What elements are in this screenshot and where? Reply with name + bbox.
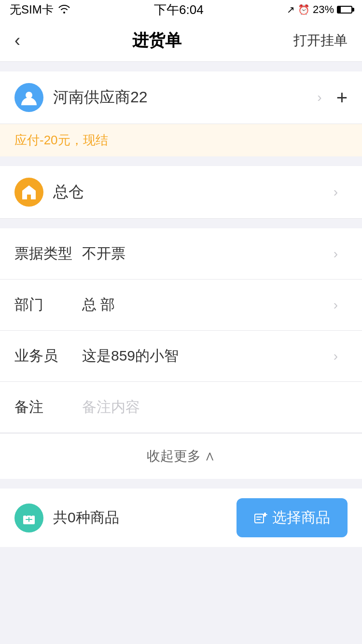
warehouse-row[interactable]: 总仓 ›	[0, 166, 362, 219]
add-supplier-button[interactable]: +	[336, 87, 348, 109]
sales-chevron-icon: ›	[334, 349, 338, 364]
product-bar: 共0种商品 选择商品	[0, 489, 362, 547]
supplier-name: 河南供应商22	[53, 87, 317, 108]
house-icon	[21, 184, 37, 200]
status-right: ↗ ⏰ 23%	[287, 3, 352, 16]
form-section: 票据类型 不开票 › 部门 总 部 › 业务员 这是859的小智 › 备注 备注…	[0, 228, 362, 479]
page-title: 进货单	[132, 29, 181, 52]
sales-value: 这是859的小智	[82, 346, 334, 366]
product-icon	[14, 504, 43, 532]
note-label: 备注	[14, 397, 82, 417]
top-divider	[0, 62, 362, 71]
invoice-chevron-icon: ›	[334, 246, 338, 262]
alarm-icon: ⏰	[298, 4, 310, 15]
collapse-row[interactable]: 收起更多 ∧	[0, 433, 362, 479]
svg-rect-2	[255, 514, 264, 523]
battery-icon	[337, 6, 352, 14]
page-rest	[0, 547, 362, 644]
status-left: 无SIM卡	[10, 2, 71, 17]
supplier-row[interactable]: 河南供应商22 › +	[0, 71, 362, 124]
supplier-chevron-icon: ›	[317, 90, 321, 105]
dept-row[interactable]: 部门 总 部 ›	[0, 280, 362, 331]
notice-row: 应付-20元，现结	[0, 124, 362, 166]
back-button[interactable]: ‹	[14, 30, 20, 51]
status-bar: 无SIM卡 下午6:04 ↗ ⏰ 23%	[0, 0, 362, 19]
warehouse-section: 总仓 ›	[0, 166, 362, 219]
invoice-value: 不开票	[82, 244, 334, 264]
carrier-text: 无SIM卡	[10, 2, 54, 17]
invoice-row[interactable]: 票据类型 不开票 ›	[0, 228, 362, 280]
note-row[interactable]: 备注 备注内容	[0, 382, 362, 433]
sales-row[interactable]: 业务员 这是859的小智 ›	[0, 331, 362, 382]
select-product-label: 选择商品	[272, 508, 330, 528]
note-placeholder[interactable]: 备注内容	[82, 397, 348, 417]
dept-chevron-icon: ›	[334, 297, 338, 313]
collapse-label: 收起更多 ∧	[147, 447, 216, 465]
warehouse-icon	[14, 178, 43, 207]
svg-point-0	[26, 92, 32, 98]
battery-text: 23%	[313, 3, 334, 16]
warehouse-chevron-icon: ›	[334, 184, 338, 200]
notice-text: 应付-20元，现结	[14, 133, 108, 147]
wifi-icon	[57, 3, 71, 16]
bottom-divider	[0, 479, 362, 489]
status-time: 下午6:04	[154, 1, 204, 18]
invoice-label: 票据类型	[14, 244, 82, 264]
warehouse-name: 总仓	[53, 182, 334, 203]
dept-label: 部门	[14, 295, 82, 315]
product-count: 共0种商品	[53, 508, 227, 528]
mid-divider	[0, 219, 362, 228]
location-icon: ↗	[287, 4, 295, 15]
nav-bar: ‹ 进货单 打开挂单	[0, 19, 362, 62]
select-product-icon	[254, 511, 267, 525]
dept-value: 总 部	[82, 295, 334, 315]
bag-icon	[21, 510, 37, 526]
person-icon	[20, 89, 38, 106]
select-product-button[interactable]: 选择商品	[237, 498, 348, 537]
open-pending-button[interactable]: 打开挂单	[293, 31, 348, 50]
sales-label: 业务员	[14, 346, 82, 366]
supplier-avatar	[14, 83, 43, 112]
supplier-section: 河南供应商22 › + 应付-20元，现结	[0, 71, 362, 166]
